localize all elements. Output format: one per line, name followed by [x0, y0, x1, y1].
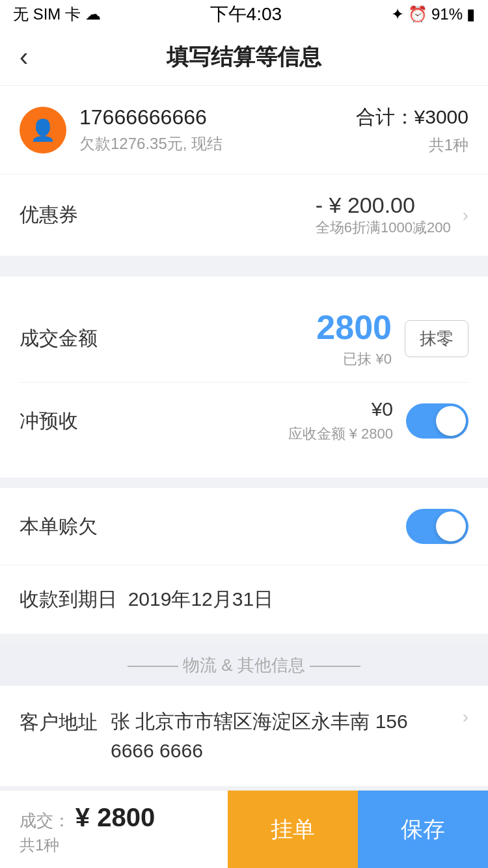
amount-row: 成交金额 2800 已抹 ¥0 抹零: [20, 295, 468, 383]
address-label: 客户地址: [20, 709, 98, 736]
debt-toggle[interactable]: [406, 509, 468, 544]
address-card: 客户地址 张 北京市市辖区海淀区永丰南 156 6666 6666 ›: [0, 686, 488, 786]
coupon-right: - ¥ 200.00 全场6折满1000减200 ›: [316, 193, 468, 237]
bottom-deal-label: 成交：: [20, 811, 70, 830]
debt-row: 本单赊欠: [0, 488, 488, 565]
prepay-toggle[interactable]: [406, 403, 468, 439]
section-divider-1: [0, 266, 488, 277]
prepay-right: ¥0 应收金额 ¥ 2800: [288, 398, 468, 444]
save-button[interactable]: 保存: [358, 791, 488, 869]
logistics-text: ——— 物流 & 其他信息 ———: [128, 654, 360, 677]
address-row[interactable]: 客户地址 张 北京市市辖区海淀区永丰南 156 6666 6666 ›: [0, 686, 488, 786]
coupon-discount: - ¥ 200.00: [316, 193, 451, 218]
bottom-count: 共1种: [20, 835, 208, 856]
prepay-label: 冲预收: [20, 408, 78, 435]
debt-label: 本单赊欠: [20, 513, 98, 540]
amount-right: 2800 已抹 ¥0 抹零: [316, 308, 468, 369]
total-amount: 合计：¥3000: [356, 104, 468, 131]
receivable-amount: 应收金额 ¥ 2800: [288, 424, 393, 444]
customer-row: 👤 17666666666 欠款1276.35元, 现结 合计：¥3000 共1…: [0, 86, 488, 174]
customer-card: 👤 17666666666 欠款1276.35元, 现结 合计：¥3000 共1…: [0, 86, 488, 256]
sim-label: 无 SIM 卡 ☁: [13, 4, 101, 25]
customer-right: 合计：¥3000 共1种: [356, 104, 468, 156]
back-button[interactable]: ‹: [20, 42, 28, 72]
coupon-row[interactable]: 优惠券 - ¥ 200.00 全场6折满1000减200 ›: [0, 174, 488, 256]
duedate-row: 收款到期日 2019年12月31日: [0, 565, 488, 634]
section-divider-2: [0, 478, 488, 488]
total-count: 共1种: [356, 135, 468, 156]
location-icon: ✦: [391, 5, 404, 23]
debt-card: 本单赊欠 收款到期日 2019年12月31日: [0, 488, 488, 634]
page-title: 填写结算等信息: [167, 42, 321, 72]
duedate-label: 收款到期日 2019年12月31日: [20, 588, 273, 610]
amount-value: 2800: [316, 308, 392, 347]
customer-sub: 欠款1276.35元, 现结: [79, 133, 223, 154]
address-chevron-icon: ›: [463, 707, 468, 727]
amount-label: 成交金额: [20, 325, 98, 352]
status-bar: 无 SIM 卡 ☁ 下午4:03 ✦ ⏰ 91% ▮: [0, 0, 488, 29]
hang-button[interactable]: 挂单: [228, 791, 358, 869]
amount-section: 成交金额 2800 已抹 ¥0 抹零 冲预收 ¥0 应收金额 ¥ 2800: [0, 277, 488, 478]
status-time: 下午4:03: [210, 2, 282, 27]
alarm-icon: ⏰: [408, 5, 427, 23]
avatar: 👤: [20, 107, 66, 154]
customer-info: 17666666666 欠款1276.35元, 现结: [79, 105, 223, 154]
bottom-deal-line: 成交： ¥ 2800: [20, 803, 208, 832]
prepay-values: ¥0 应收金额 ¥ 2800: [288, 398, 393, 444]
bottom-bar: 成交： ¥ 2800 共1种 挂单 保存: [0, 790, 488, 868]
chevron-right-icon: ›: [463, 205, 468, 226]
battery-icon: ▮: [467, 5, 475, 23]
customer-phone: 17666666666: [79, 105, 223, 129]
address-value: 张 北京市市辖区海淀区永丰南 156 6666 6666: [111, 707, 444, 765]
prepay-row: 冲预收 ¥0 应收金额 ¥ 2800: [20, 383, 468, 459]
round-button[interactable]: 抹零: [405, 320, 468, 357]
already-round: 已抹 ¥0: [316, 349, 392, 369]
status-left: 无 SIM 卡 ☁: [13, 4, 101, 25]
status-right: ✦ ⏰ 91% ▮: [391, 5, 475, 23]
bottom-price: ¥ 2800: [75, 803, 155, 832]
logistics-divider: ——— 物流 & 其他信息 ———: [0, 644, 488, 686]
coupon-desc: 全场6折满1000减200: [316, 218, 451, 237]
nav-bar: ‹ 填写结算等信息: [0, 29, 488, 86]
customer-left: 👤 17666666666 欠款1276.35元, 现结: [20, 105, 223, 154]
bottom-info: 成交： ¥ 2800 共1种: [0, 803, 228, 856]
prepay-amount: ¥0: [288, 398, 393, 420]
coupon-label: 优惠券: [20, 202, 78, 228]
avatar-icon: 👤: [30, 118, 56, 142]
battery-label: 91%: [431, 5, 463, 23]
